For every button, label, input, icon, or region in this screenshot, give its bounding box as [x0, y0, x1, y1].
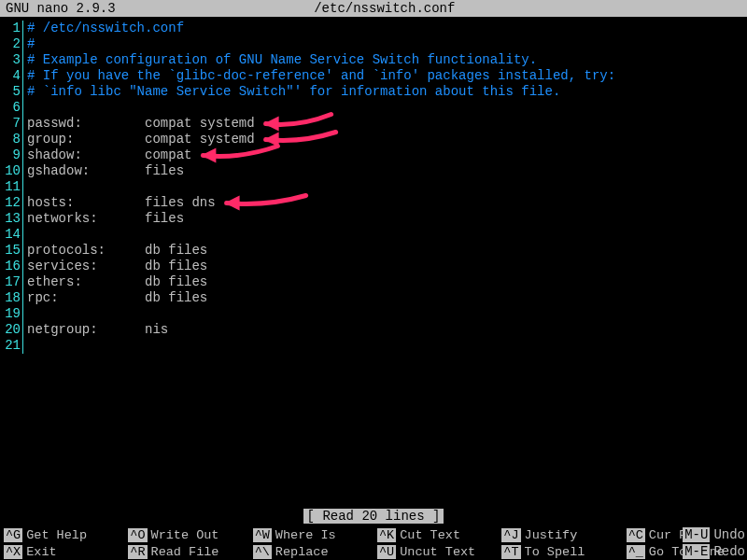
- conf-key: passwd:: [27, 116, 145, 131]
- editor-line[interactable]: 15protocols: db files: [0, 243, 747, 259]
- status-text: [ Read 20 lines ]: [303, 509, 444, 524]
- line-content: # Example configuration of GNU Name Serv…: [27, 52, 537, 68]
- line-number: 7: [0, 116, 22, 132]
- shortcut-where-is[interactable]: ^WWhere Is: [249, 526, 374, 543]
- gutter-separator: [22, 211, 23, 227]
- title-spacer: [654, 0, 747, 17]
- shortcut-read-file[interactable]: ^RRead File: [124, 543, 248, 560]
- gutter-separator: [22, 306, 23, 322]
- conf-value: compat systemd: [145, 132, 255, 147]
- line-content: networks: files: [27, 211, 184, 227]
- line-content: #: [27, 36, 35, 52]
- line-number: 9: [0, 147, 22, 163]
- gutter-separator: [22, 259, 23, 274]
- shortcut-label: Where Is: [275, 528, 336, 542]
- conf-key: netgroup:: [27, 322, 145, 337]
- line-content: # `info libc "Name Service Switch"' for …: [27, 84, 560, 100]
- editor-line[interactable]: 21: [0, 338, 747, 354]
- conf-value: files: [145, 163, 184, 178]
- shortcut-replace[interactable]: ^\Replace: [249, 543, 374, 560]
- title-bar: GNU nano 2.9.3 /etc/nsswitch.conf: [0, 0, 747, 17]
- line-number: 8: [0, 132, 22, 147]
- editor-line[interactable]: 4# If you have the `glibc-doc-reference'…: [0, 68, 747, 84]
- editor-line[interactable]: 9shadow: compat: [0, 147, 747, 163]
- gutter-separator: [22, 195, 23, 211]
- editor-line[interactable]: 19: [0, 306, 747, 322]
- shortcut-write-out[interactable]: ^OWrite Out: [124, 526, 248, 543]
- shortcut-undo[interactable]: M-UUndo: [679, 526, 745, 543]
- shortcut-label: Uncut Text: [400, 545, 475, 559]
- editor-line[interactable]: 14: [0, 227, 747, 243]
- editor-line[interactable]: 13networks: files: [0, 211, 747, 227]
- editor-line[interactable]: 1# /etc/nsswitch.conf: [0, 21, 747, 36]
- shortcut-bar: ^GGet Help^OWrite Out^WWhere Is^KCut Tex…: [0, 526, 747, 560]
- editor-line[interactable]: 5# `info libc "Name Service Switch"' for…: [0, 84, 747, 100]
- line-content: services: db files: [27, 259, 207, 274]
- gutter-separator: [22, 36, 23, 52]
- shortcut-cut-text[interactable]: ^KCut Text: [374, 526, 498, 543]
- conf-value: db files: [145, 274, 207, 289]
- editor-line[interactable]: 7passwd: compat systemd: [0, 116, 747, 132]
- line-number: 16: [0, 259, 22, 274]
- editor-line[interactable]: 20netgroup: nis: [0, 322, 747, 338]
- gutter-separator: [22, 322, 23, 338]
- editor-line[interactable]: 8group: compat systemd: [0, 132, 747, 147]
- line-content: rpc: db files: [27, 290, 207, 306]
- shortcut-exit[interactable]: ^XExit: [0, 543, 124, 560]
- line-number: 2: [0, 36, 22, 52]
- conf-key: gshadow:: [27, 163, 145, 178]
- editor-line[interactable]: 3# Example configuration of GNU Name Ser…: [0, 52, 747, 68]
- editor-line[interactable]: 12hosts: files dns: [0, 195, 747, 211]
- line-content: ethers: db files: [27, 274, 207, 290]
- conf-key: services:: [27, 259, 145, 273]
- shortcut-label: Undo: [713, 527, 745, 542]
- line-number: 3: [0, 52, 22, 68]
- line-number: 14: [0, 227, 22, 243]
- gutter-separator: [22, 100, 23, 116]
- line-content: # If you have the `glibc-doc-reference' …: [27, 68, 615, 84]
- line-number: 4: [0, 68, 22, 84]
- shortcut-label: Exit: [26, 545, 56, 559]
- line-content: shadow: compat: [27, 147, 191, 163]
- line-number: 18: [0, 290, 22, 306]
- gutter-separator: [22, 227, 23, 243]
- line-number: 6: [0, 100, 22, 116]
- editor-line[interactable]: 16services: db files: [0, 259, 747, 274]
- conf-value: nis: [145, 322, 168, 337]
- shortcut-key: ^R: [128, 545, 147, 559]
- shortcut-key: M-E: [683, 544, 710, 559]
- conf-value: files: [145, 211, 184, 226]
- status-bar: [ Read 20 lines ]: [0, 508, 747, 525]
- gutter-separator: [22, 179, 23, 195]
- editor-area[interactable]: 1# /etc/nsswitch.conf2#3# Example config…: [0, 17, 747, 354]
- line-content: passwd: compat systemd: [27, 116, 255, 132]
- conf-value: compat systemd: [145, 116, 255, 131]
- line-content: hosts: files dns: [27, 195, 216, 211]
- conf-value: compat: [145, 147, 191, 162]
- shortcut-label: To Spell: [525, 545, 585, 559]
- shortcut-key: ^_: [627, 545, 645, 559]
- shortcut-redo[interactable]: M-ERedo: [679, 543, 745, 560]
- shortcut-justify[interactable]: ^JJustify: [498, 526, 622, 543]
- editor-line[interactable]: 10gshadow: files: [0, 163, 747, 179]
- line-number: 11: [0, 179, 22, 195]
- shortcut-get-help[interactable]: ^GGet Help: [0, 526, 124, 543]
- shortcut-extra-group: M-UUndoM-ERedo: [679, 526, 745, 560]
- editor-line[interactable]: 6: [0, 100, 747, 116]
- shortcut-key: ^\: [253, 545, 272, 559]
- shortcut-uncut-text[interactable]: ^UUncut Text: [374, 543, 498, 560]
- editor-line[interactable]: 11: [0, 179, 747, 195]
- line-number: 12: [0, 195, 22, 211]
- conf-value: db files: [145, 259, 207, 273]
- shortcut-to-spell[interactable]: ^TTo Spell: [498, 543, 622, 560]
- shortcut-label: Redo: [713, 544, 745, 559]
- editor-line[interactable]: 17ethers: db files: [0, 274, 747, 290]
- editor-line[interactable]: 2#: [0, 36, 747, 52]
- gutter-separator: [22, 84, 23, 100]
- file-path: /etc/nsswitch.conf: [116, 0, 654, 17]
- gutter-separator: [22, 163, 23, 179]
- line-number: 13: [0, 211, 22, 227]
- conf-key: ethers:: [27, 274, 145, 289]
- editor-line[interactable]: 18rpc: db files: [0, 290, 747, 306]
- line-number: 17: [0, 274, 22, 290]
